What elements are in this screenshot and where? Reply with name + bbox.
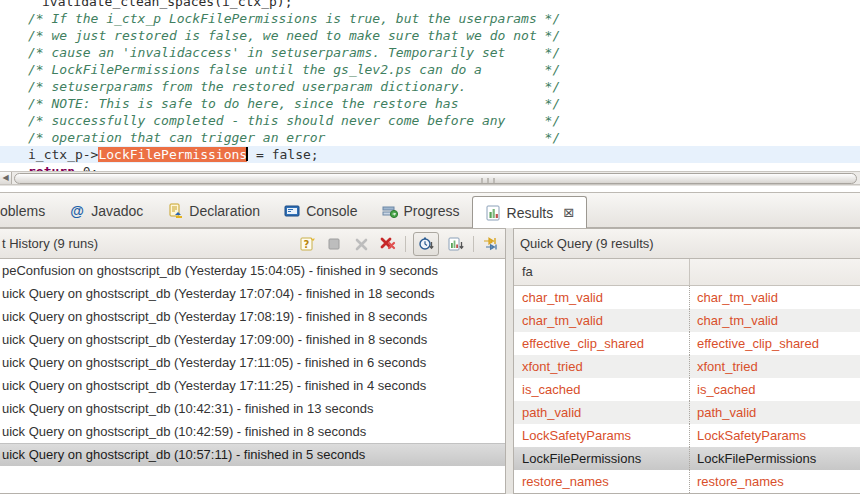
history-list: peConfusion on ghostscript_db (Yesterday…: [0, 259, 505, 493]
history-run-item[interactable]: uick Query on ghostscript_db (Yesterday …: [0, 305, 505, 328]
query-results-table: char_tm_validchar_tm_validchar_tm_validc…: [514, 286, 860, 493]
column-divider: [689, 447, 690, 470]
result-cell-1: char_tm_valid: [522, 309, 603, 332]
history-run-item[interactable]: uick Query on ghostscript_db (Yesterday …: [0, 351, 505, 374]
query-result-row[interactable]: char_tm_validchar_tm_valid: [514, 309, 860, 332]
column-divider: [689, 424, 690, 447]
history-run-item[interactable]: uick Query on ghostscript_db (10:42:31) …: [0, 397, 505, 420]
bottom-view-tabstrip: oblems @ Javadoc Declaration Console: [0, 193, 860, 228]
scrollbar-grip: [481, 178, 499, 183]
quick-query-panel: Quick Query (9 results) fa char_tm_valid…: [513, 228, 860, 494]
tab-declaration[interactable]: Declaration: [155, 193, 272, 228]
comment-block: /* If the i_ctx_p LockFilePermissions is…: [0, 10, 860, 146]
result-cell-2: char_tm_valid: [697, 309, 778, 332]
chart-latest-icon[interactable]: [446, 234, 466, 254]
history-clock-icon[interactable]: [413, 232, 439, 256]
result-cell-1: is_cached: [522, 378, 581, 401]
query-result-row[interactable]: char_tm_validchar_tm_valid: [514, 286, 860, 309]
query-column-headers[interactable]: fa: [514, 259, 860, 286]
editor-horizontal-scrollbar[interactable]: ◀: [0, 171, 860, 185]
comment-line: /* cause an 'invalidaccess' in setuserpa…: [0, 44, 860, 61]
results-chart-icon: [485, 205, 501, 221]
result-cell-2: restore_names: [697, 470, 784, 493]
query-result-row[interactable]: effective_clip_sharedeffective_clip_shar…: [514, 332, 860, 355]
remove-all-icon[interactable]: [378, 234, 398, 254]
panel-sash[interactable]: [506, 228, 513, 494]
column-divider: [689, 286, 690, 309]
column1-header[interactable]: fa: [522, 264, 533, 279]
query-result-row[interactable]: LockSafetyParamsLockSafetyParams: [514, 424, 860, 447]
history-toolbar: ?: [297, 229, 501, 259]
comment-line: /* we just restored is false, we need to…: [0, 27, 860, 44]
column-divider: [689, 470, 690, 493]
current-code-line: i_ctx_p->LockFilePermissions = false;: [0, 146, 860, 163]
history-panel-title: t History (9 runs): [2, 236, 98, 251]
history-panel-header: t History (9 runs) ?: [0, 229, 505, 259]
history-run-item[interactable]: uick Query on ghostscript_db (Yesterday …: [0, 328, 505, 351]
svg-text:?: ?: [304, 239, 310, 250]
column-divider: [689, 355, 690, 378]
comment-line: /* operation that can trigger an error *…: [0, 129, 860, 146]
editor-view-splitter[interactable]: [0, 186, 860, 193]
history-run-item[interactable]: uick Query on ghostscript_db (10:57:11) …: [0, 443, 505, 466]
tab-problems[interactable]: oblems: [0, 193, 57, 228]
comment-line: /* setuserparams from the restored userp…: [0, 78, 860, 95]
result-cell-1: LockFilePermissions: [522, 447, 641, 470]
tab-progress[interactable]: Progress: [370, 193, 472, 228]
result-cell-2: char_tm_valid: [697, 286, 778, 309]
query-result-row[interactable]: xfont_triedxfont_tried: [514, 355, 860, 378]
result-cell-2: xfont_tried: [697, 355, 758, 378]
toolbar-separator: [473, 236, 474, 252]
tab-javadoc[interactable]: @ Javadoc: [57, 193, 155, 228]
result-cell-2: LockSafetyParams: [697, 424, 806, 447]
stop-icon: [324, 234, 344, 254]
history-panel: t History (9 runs) ?: [0, 228, 506, 494]
remove-icon: [351, 234, 371, 254]
result-cell-1: restore_names: [522, 470, 609, 493]
progress-icon: [382, 203, 398, 219]
column-divider: [689, 332, 690, 355]
comment-line: /* If the i_ctx_p LockFilePermissions is…: [0, 10, 860, 27]
query-result-row[interactable]: is_cachedis_cached: [514, 378, 860, 401]
declaration-icon: [167, 203, 183, 219]
scrollbar-thumb[interactable]: [14, 173, 857, 184]
result-cell-1: path_valid: [522, 401, 581, 424]
result-cell-2: LockFilePermissions: [697, 447, 816, 470]
history-run-item[interactable]: peConfusion on ghostscript_db (Yesterday…: [0, 259, 505, 282]
column-divider: [689, 378, 690, 401]
query-result-row[interactable]: path_validpath_valid: [514, 401, 860, 424]
result-cell-1: char_tm_valid: [522, 286, 603, 309]
result-cell-1: effective_clip_shared: [522, 332, 644, 355]
code-editor[interactable]: ivalidate_clean_spaces(i_ctx_p); /* If t…: [0, 0, 860, 171]
occurrence-highlight: LockFilePermissions: [98, 147, 247, 162]
quick-query-header: Quick Query (9 results): [514, 229, 860, 259]
console-icon: [284, 203, 300, 219]
query-result-row[interactable]: restore_namesrestore_names: [514, 470, 860, 493]
history-run-item[interactable]: uick Query on ghostscript_db (10:42:59) …: [0, 420, 505, 443]
column-divider: [689, 309, 690, 332]
at-icon: @: [69, 203, 85, 219]
scroll-left-arrow-icon[interactable]: ◀: [0, 172, 12, 184]
column-divider[interactable]: [689, 259, 690, 285]
comment-line: /* LockFilePermissions false until the g…: [0, 61, 860, 78]
tab-console[interactable]: Console: [272, 193, 369, 228]
help-icon[interactable]: ?: [297, 234, 317, 254]
result-cell-2: effective_clip_shared: [697, 332, 819, 355]
history-run-item[interactable]: uick Query on ghostscript_db (Yesterday …: [0, 374, 505, 397]
history-run-item[interactable]: uick Query on ghostscript_db (Yesterday …: [0, 282, 505, 305]
comment-line: /* successfully completed - this should …: [0, 112, 860, 129]
column-divider: [689, 401, 690, 424]
result-cell-1: xfont_tried: [522, 355, 583, 378]
toolbar-separator: [405, 236, 406, 252]
result-cell-2: path_valid: [697, 401, 756, 424]
result-cell-2: is_cached: [697, 378, 756, 401]
code-line-partial: ivalidate_clean_spaces(i_ctx_p);: [0, 0, 860, 10]
comment-line: /* NOTE: This is safe to do here, since …: [0, 95, 860, 112]
result-cell-1: LockSafetyParams: [522, 424, 631, 447]
return-line: return 0;: [0, 163, 860, 171]
jump-to-latest-icon[interactable]: [481, 234, 501, 254]
quick-query-title: Quick Query (9 results): [520, 236, 654, 251]
close-icon[interactable]: ⊠: [563, 205, 574, 220]
tab-results[interactable]: Results ⊠: [472, 196, 588, 228]
query-result-row[interactable]: LockFilePermissionsLockFilePermissions: [514, 447, 860, 470]
